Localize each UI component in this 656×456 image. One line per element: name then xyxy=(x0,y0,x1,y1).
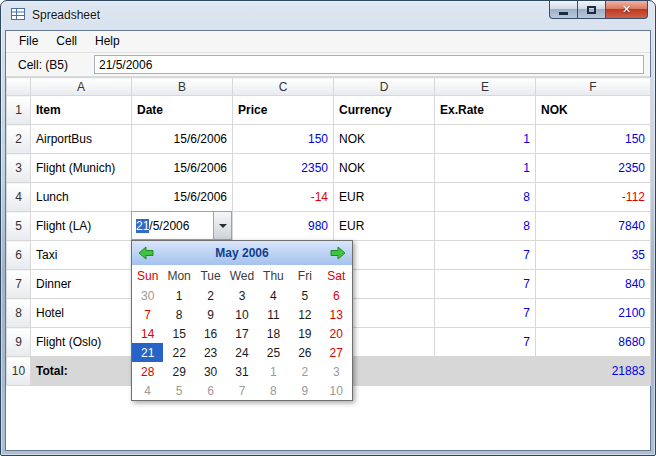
cell-A3[interactable]: Flight (Munich) xyxy=(31,154,132,183)
cell-E6[interactable]: 7 xyxy=(435,241,536,270)
prev-month-button[interactable] xyxy=(137,245,155,261)
calendar-day[interactable]: 26 xyxy=(289,343,320,362)
cell-A8[interactable]: Hotel xyxy=(31,299,132,328)
calendar-day[interactable]: 10 xyxy=(226,305,257,324)
calendar-day[interactable]: 28 xyxy=(132,362,163,381)
calendar-day[interactable]: 1 xyxy=(163,286,194,305)
calendar-day[interactable]: 25 xyxy=(258,343,289,362)
row-header-2[interactable]: 2 xyxy=(7,125,31,154)
cell-F3[interactable]: 2350 xyxy=(536,154,651,183)
calendar-day[interactable]: 14 xyxy=(132,324,163,343)
calendar-day[interactable]: 23 xyxy=(195,343,226,362)
cell-D1[interactable]: Currency xyxy=(334,96,435,125)
cell-F1[interactable]: NOK xyxy=(536,96,651,125)
calendar-day[interactable]: 7 xyxy=(226,381,257,400)
calendar-day[interactable]: 8 xyxy=(258,381,289,400)
calendar-day[interactable]: 30 xyxy=(195,362,226,381)
calendar-day[interactable]: 13 xyxy=(321,305,352,324)
cell-F6[interactable]: 35 xyxy=(536,241,651,270)
cell-E8[interactable]: 7 xyxy=(435,299,536,328)
cell-D3[interactable]: NOK xyxy=(334,154,435,183)
calendar-day[interactable]: 6 xyxy=(195,381,226,400)
calendar-day[interactable]: 20 xyxy=(321,324,352,343)
column-header-F[interactable]: F xyxy=(536,78,651,96)
cell-F10[interactable]: 21883 xyxy=(536,357,651,386)
row-header-10[interactable]: 10 xyxy=(7,357,31,386)
cell-E7[interactable]: 7 xyxy=(435,270,536,299)
date-editor[interactable]: 21/5/2006 xyxy=(131,211,232,240)
cell-B3[interactable]: 15/6/2006 xyxy=(132,154,233,183)
row-header-3[interactable]: 3 xyxy=(7,154,31,183)
calendar-day-selected[interactable]: 21 xyxy=(132,343,163,362)
calendar-day[interactable]: 16 xyxy=(195,324,226,343)
row-header-5[interactable]: 5 xyxy=(7,212,31,241)
calendar-day[interactable]: 15 xyxy=(163,324,194,343)
calendar-day[interactable]: 1 xyxy=(258,362,289,381)
row-header-6[interactable]: 6 xyxy=(7,241,31,270)
titlebar[interactable]: Spreadsheet ✕ xyxy=(1,1,655,29)
row-header-9[interactable]: 9 xyxy=(7,328,31,357)
calendar-day[interactable]: 7 xyxy=(132,305,163,324)
column-header-D[interactable]: D xyxy=(334,78,435,96)
cell-D5[interactable]: EUR xyxy=(334,212,435,241)
cell-F7[interactable]: 840 xyxy=(536,270,651,299)
calendar-day[interactable]: 17 xyxy=(226,324,257,343)
calendar-day[interactable]: 5 xyxy=(289,286,320,305)
cell-E10[interactable] xyxy=(435,357,536,386)
cell-E3[interactable]: 1 xyxy=(435,154,536,183)
calendar-day[interactable]: 10 xyxy=(321,381,352,400)
cell-C4[interactable]: -14 xyxy=(233,183,334,212)
calendar-day[interactable]: 11 xyxy=(258,305,289,324)
cell-E5[interactable]: 8 xyxy=(435,212,536,241)
date-dropdown-button[interactable] xyxy=(213,212,231,239)
next-month-button[interactable] xyxy=(329,245,347,261)
calendar-day[interactable]: 3 xyxy=(226,286,257,305)
cell-A6[interactable]: Taxi xyxy=(31,241,132,270)
calendar-day[interactable]: 19 xyxy=(289,324,320,343)
calendar-day[interactable]: 8 xyxy=(163,305,194,324)
calendar-day[interactable]: 3 xyxy=(321,362,352,381)
calendar-day[interactable]: 4 xyxy=(258,286,289,305)
cell-A9[interactable]: Flight (Oslo) xyxy=(31,328,132,357)
cell-B1[interactable]: Date xyxy=(132,96,233,125)
cell-E2[interactable]: 1 xyxy=(435,125,536,154)
cell-F9[interactable]: 8680 xyxy=(536,328,651,357)
cell-C1[interactable]: Price xyxy=(233,96,334,125)
cell-E9[interactable]: 7 xyxy=(435,328,536,357)
calendar-day[interactable]: 12 xyxy=(289,305,320,324)
column-header-B[interactable]: B xyxy=(132,78,233,96)
calendar-day[interactable]: 6 xyxy=(321,286,352,305)
cell-A4[interactable]: Lunch xyxy=(31,183,132,212)
menu-item-help[interactable]: Help xyxy=(86,31,129,52)
calendar-day[interactable]: 31 xyxy=(226,362,257,381)
cell-B4[interactable]: 15/6/2006 xyxy=(132,183,233,212)
column-header-C[interactable]: C xyxy=(233,78,334,96)
cell-D4[interactable]: EUR xyxy=(334,183,435,212)
cell-F4[interactable]: -112 xyxy=(536,183,651,212)
cell-F5[interactable]: 7840 xyxy=(536,212,651,241)
calendar-day[interactable]: 5 xyxy=(163,381,194,400)
menu-item-cell[interactable]: Cell xyxy=(47,31,86,52)
row-header-8[interactable]: 8 xyxy=(7,299,31,328)
maximize-button[interactable] xyxy=(578,1,606,19)
cell-A10[interactable]: Total: xyxy=(31,357,132,386)
calendar-day[interactable]: 18 xyxy=(258,324,289,343)
cell-B2[interactable]: 15/6/2006 xyxy=(132,125,233,154)
calendar-day[interactable]: 30 xyxy=(132,286,163,305)
menu-item-file[interactable]: File xyxy=(10,31,47,52)
cell-A2[interactable]: AirportBus xyxy=(31,125,132,154)
cell-A5[interactable]: Flight (LA) xyxy=(31,212,132,241)
cell-D2[interactable]: NOK xyxy=(334,125,435,154)
calendar-day[interactable]: 22 xyxy=(163,343,194,362)
cell-A7[interactable]: Dinner xyxy=(31,270,132,299)
cell-F8[interactable]: 2100 xyxy=(536,299,651,328)
cell-C3[interactable]: 2350 xyxy=(233,154,334,183)
cell-E4[interactable]: 8 xyxy=(435,183,536,212)
calendar-day[interactable]: 4 xyxy=(132,381,163,400)
calendar-day[interactable]: 9 xyxy=(289,381,320,400)
calendar-day[interactable]: 9 xyxy=(195,305,226,324)
cell-E1[interactable]: Ex.Rate xyxy=(435,96,536,125)
row-header-4[interactable]: 4 xyxy=(7,183,31,212)
row-header-7[interactable]: 7 xyxy=(7,270,31,299)
column-header-A[interactable]: A xyxy=(31,78,132,96)
